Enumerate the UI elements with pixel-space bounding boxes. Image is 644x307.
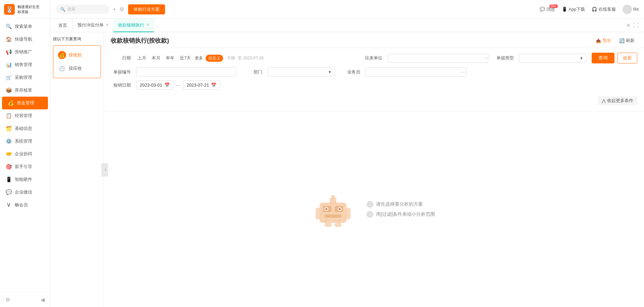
sidebar-item-enterprise[interactable]: 🤝 企业协同	[0, 148, 50, 160]
setting-button[interactable]: 设置	[617, 53, 637, 63]
message-badge: 99+	[549, 4, 558, 8]
refresh-button[interactable]: 🔄 刷新	[616, 36, 637, 45]
sidebar-item-purchase[interactable]: 🛒 采购管理	[0, 71, 50, 84]
sidebar-item-marketing[interactable]: 📢 营销推广	[0, 46, 50, 58]
expand-icon[interactable]: ⛶	[633, 22, 639, 29]
message-button[interactable]: 💬 消息 99+	[540, 6, 555, 12]
online-service-label: 在线客服	[598, 6, 616, 12]
tab-prepaid[interactable]: 预付冲应付单 ✕	[73, 19, 113, 32]
chevron-down-icon[interactable]: ▾	[113, 7, 115, 12]
hardware-icon: 📱	[5, 176, 12, 183]
write-off-end-date[interactable]: 2023-07-21 📅	[183, 81, 220, 90]
calendar-end-icon[interactable]: 📅	[211, 83, 216, 88]
user-profile[interactable]: Rit	[623, 5, 639, 14]
doc-no-label: 单据编号	[111, 69, 131, 75]
sidebar-item-finance[interactable]: 💰 资金管理	[2, 97, 48, 109]
shortcut-this-year[interactable]: 本年	[164, 54, 176, 62]
sidebar-item-system[interactable]: ⚙️ 系统管理	[0, 135, 50, 148]
search-text: 搜索	[67, 6, 75, 12]
sidebar-item-basic-info[interactable]: 🗂️ 基础信息	[0, 122, 50, 135]
sidebar-item-operations[interactable]: 📋 经营管理	[0, 109, 50, 122]
query-panel-options: 💰 按收款 🕐 按应收	[53, 45, 101, 78]
query-panel-title: 按以下方案查询	[53, 36, 101, 42]
industry-solution-button[interactable]: 体验行业方案	[128, 4, 165, 14]
shortcut-7days[interactable]: 近7天	[178, 54, 192, 62]
query-option-label: 按应收	[69, 65, 82, 71]
chevron-down-dept: ▾	[329, 69, 331, 74]
query-option-by-receipt[interactable]: 💰 按收款	[56, 48, 98, 62]
sidebar-item-inventory[interactable]: 📦 库存核算	[0, 84, 50, 97]
write-off-start-date[interactable]: 2023-03-01 📅	[136, 81, 173, 90]
collapse-more-button[interactable]: ⋀ 收起更多条件	[598, 96, 637, 105]
svg-point-7	[339, 208, 341, 210]
online-service-button[interactable]: 🎧 在线客服	[592, 6, 616, 12]
purchase-icon: 🛒	[5, 74, 12, 81]
panel-collapse-button[interactable]: 《	[101, 163, 108, 176]
collapse-icon: 《	[103, 167, 106, 172]
doc-type-select[interactable]: ▾	[519, 54, 586, 63]
sidebar-item-sales[interactable]: 📊 销售管理	[0, 58, 50, 71]
tip-number-2: 2	[367, 211, 373, 218]
sidebar-item-label: 企业微信	[15, 189, 32, 195]
collapse-sidebar-icon[interactable]: ◀	[41, 297, 45, 303]
doc-no-input[interactable]	[136, 67, 237, 76]
content-area: 按以下方案查询 💰 按收款 🕐 按应收 《	[50, 32, 644, 307]
dept-select[interactable]: ▾	[268, 67, 335, 76]
sidebar-item-quick-nav[interactable]: 🏠 快捷导航	[0, 33, 50, 46]
refresh-icon: 🔄	[619, 38, 625, 43]
logo-text: 畅捷通好生意 标准版	[17, 4, 40, 14]
app-download-button[interactable]: 📱 App下载	[562, 6, 585, 12]
sidebar-item-label: 经营管理	[15, 113, 32, 119]
shortcut-prev-month[interactable]: 上月	[136, 54, 148, 62]
settings-icon[interactable]: ⚙	[5, 297, 10, 303]
export-button[interactable]: 📤 导出	[593, 36, 614, 45]
sidebar-item-label: 资金管理	[17, 100, 34, 106]
enterprise-icon: 🤝	[5, 151, 12, 157]
close-tab-icon[interactable]: ✕	[626, 22, 631, 29]
query-option-by-receivable[interactable]: 🕐 按应收	[56, 62, 98, 75]
page-header-actions: 📤 导出 🔄 刷新	[593, 36, 637, 45]
sidebar-item-member[interactable]: V 畅会员	[0, 199, 50, 211]
tip-number-1: 1	[367, 201, 373, 208]
shortcut-custom[interactable]: 自定义	[206, 55, 223, 62]
partner-field[interactable]	[388, 54, 482, 62]
staff-dots-icon[interactable]: ···	[462, 69, 466, 75]
topbar-search[interactable]: 🔍 搜索	[56, 5, 109, 14]
query-button[interactable]: 查询	[592, 53, 614, 63]
filter-area: 日期 上月 本月 本年 近7天 更多 自定义 不限 至 2023-07-26 往…	[104, 48, 644, 111]
tab-close-receipt[interactable]: ✕	[146, 23, 149, 27]
tab-home[interactable]: 首页	[53, 19, 73, 32]
shortcut-this-month[interactable]: 本月	[150, 54, 162, 62]
collapse-more-area: ⋀ 收起更多条件	[111, 94, 637, 106]
partner-dots-icon[interactable]: ···	[484, 55, 488, 61]
gear-icon[interactable]: ⚙	[119, 6, 124, 12]
sidebar-item-guide[interactable]: 🎯 新手引导	[0, 160, 50, 173]
search-icon: 🔍	[60, 7, 65, 12]
tab-receipt-exec[interactable]: 收款核销执行 ✕	[113, 19, 154, 32]
staff-input[interactable]: ···	[366, 67, 466, 76]
page-title: 收款核销执行(按收款)	[111, 37, 169, 45]
operations-icon: 📋	[5, 113, 12, 119]
sidebar-item-hardware[interactable]: 📱 智能硬件	[0, 173, 50, 186]
marketing-icon: 📢	[5, 49, 12, 55]
sidebar-item-wechat[interactable]: 💬 企业微信	[0, 186, 50, 199]
left-panel-wrapper: 按以下方案查询 💰 按收款 🕐 按应收 《	[50, 32, 104, 307]
query-action-buttons: 查询 设置	[592, 53, 637, 63]
tabbar: 首页 预付冲应付单 ✕ 收款核销执行 ✕ ✕ ⛶	[50, 19, 644, 32]
partner-input[interactable]: ···	[388, 54, 488, 63]
tab-close-prepaid[interactable]: ✕	[106, 23, 109, 27]
shortcut-more[interactable]: 更多	[195, 55, 203, 61]
doc-type-label: 单据类型	[494, 55, 514, 61]
sidebar-logo: 🐰 畅捷通好生意 标准版	[0, 0, 50, 19]
svg-rect-11	[346, 208, 351, 219]
page-header: 收款核销执行(按收款) 📤 导出 🔄 刷新	[104, 32, 644, 48]
calendar-start-icon[interactable]: 📅	[164, 83, 170, 88]
staff-field[interactable]	[366, 68, 460, 76]
sidebar-item-label: 企业协同	[15, 151, 32, 157]
export-icon: 📤	[596, 38, 601, 43]
doc-no-field[interactable]	[137, 68, 236, 76]
svg-point-6	[325, 208, 327, 210]
sidebar-item-search[interactable]: 🔍 搜索菜单	[0, 20, 50, 33]
home-icon: 🏠	[5, 36, 12, 42]
filter-row-3: 核销日期 2023-03-01 📅 — 2023-07-21 📅	[111, 81, 637, 90]
